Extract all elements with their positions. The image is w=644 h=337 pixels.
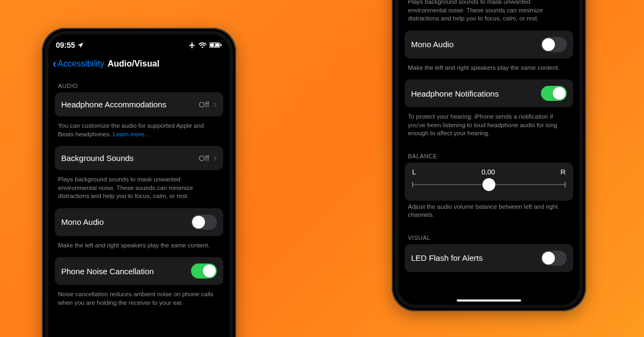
section-header-visual: VISUAL: [405, 227, 573, 244]
navbar: ‹ Accessibility Audio/Visual: [48, 56, 230, 75]
section-header-audio: AUDIO: [55, 75, 223, 92]
back-button[interactable]: ‹ Accessibility: [53, 58, 104, 70]
row-footer: Noise cancellation reduces ambient noise…: [55, 288, 223, 314]
row-footer: Make the left and right speakers play th…: [55, 239, 223, 258]
row-phone-noise-cancellation: Phone Noise Cancellation: [55, 257, 223, 285]
balance-value: 0,00: [481, 168, 495, 176]
learn-more-link[interactable]: Learn more…: [113, 131, 150, 137]
toggle-headphone-notifications[interactable]: [541, 86, 567, 101]
balance-right-label: R: [561, 168, 566, 176]
slider-knob[interactable]: [482, 178, 495, 191]
page-title: Audio/Visual: [107, 59, 159, 69]
phone-right: Plays background sounds to mask unwanted…: [392, 0, 586, 311]
row-value: Off: [199, 100, 209, 109]
row-label: LED Flash for Alerts: [411, 253, 482, 262]
balance-slider-row: L 0,00 R: [405, 163, 573, 201]
chevron-left-icon: ‹: [53, 58, 56, 70]
row-footer: To protect your hearing, iPhone sends a …: [405, 111, 573, 145]
status-time: 09:55: [56, 41, 75, 49]
notch: [96, 34, 182, 48]
toggle-mono-audio[interactable]: [541, 37, 567, 52]
row-label: Headphone Notifications: [411, 89, 499, 98]
battery-charging-icon: [209, 42, 222, 48]
phone-left: 09:55 ‹ Accessibility: [42, 28, 236, 337]
home-indicator: [457, 299, 521, 302]
row-footer: Adjust the audio volume balance between …: [405, 201, 573, 227]
row-label: Mono Audio: [61, 217, 104, 226]
location-icon: [77, 42, 84, 48]
row-footer: Plays background sounds to mask unwanted…: [55, 173, 223, 208]
row-background-sounds[interactable]: Background Sounds Off ›: [55, 146, 223, 170]
balance-left-label: L: [412, 168, 416, 176]
back-label: Accessibility: [57, 59, 104, 69]
row-mono-audio: Mono Audio: [55, 208, 223, 236]
row-label: Background Sounds: [61, 153, 134, 163]
svg-rect-2: [221, 44, 222, 46]
screen-left: 09:55 ‹ Accessibility: [48, 34, 230, 337]
toggle-noise-cancellation[interactable]: [191, 263, 217, 279]
balance-slider[interactable]: [412, 177, 566, 192]
row-footer: You can customize the audio for supporte…: [55, 120, 223, 146]
row-led-flash: LED Flash for Alerts: [405, 244, 573, 272]
section-header-balance: BALANCE: [405, 145, 573, 163]
wifi-icon: [199, 42, 207, 48]
row-headphone-notifications: Headphone Notifications: [405, 79, 573, 107]
row-label: Phone Noise Cancellation: [61, 267, 154, 276]
row-mono-audio: Mono Audio: [405, 31, 573, 58]
toggle-mono-audio[interactable]: [191, 215, 217, 230]
chevron-right-icon: ›: [214, 99, 217, 110]
row-headphone-accommodations[interactable]: Headphone Accommodations Off ›: [55, 92, 223, 116]
row-label: Headphone Accommodations: [61, 100, 166, 109]
chevron-right-icon: ›: [214, 152, 217, 164]
row-label: Mono Audio: [411, 40, 453, 49]
toggle-led-flash[interactable]: [541, 251, 567, 266]
row-footer: Plays background sounds to mask unwanted…: [405, 0, 573, 31]
screen-right: Plays background sounds to mask unwanted…: [398, 0, 580, 305]
row-value: Off: [199, 153, 209, 163]
row-footer: Make the left and right speakers play th…: [405, 62, 573, 80]
airplane-icon: [188, 41, 196, 49]
